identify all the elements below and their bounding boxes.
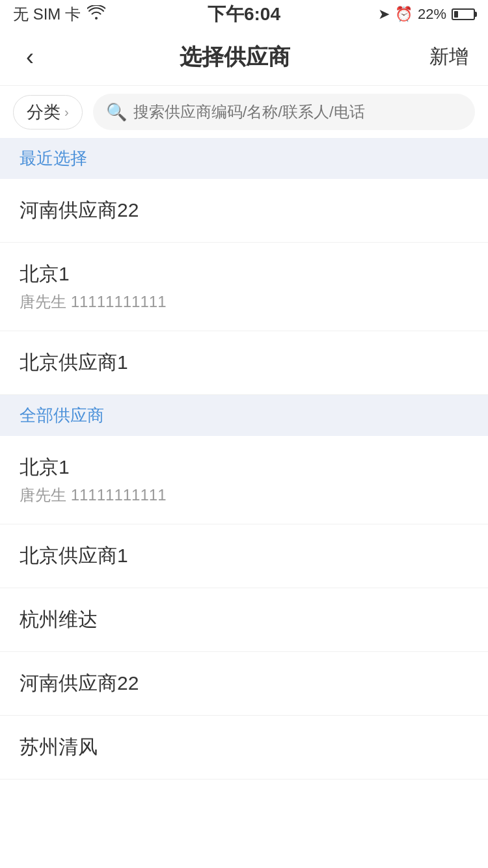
list-item[interactable]: 苏州清风 bbox=[0, 716, 488, 780]
list-item[interactable]: 北京供应商1 bbox=[0, 331, 488, 395]
list-item[interactable]: 北京1唐先生 11111111111 bbox=[0, 243, 488, 331]
search-box[interactable]: 🔍 bbox=[93, 94, 475, 130]
location-icon: ➤ bbox=[378, 6, 390, 23]
search-input[interactable] bbox=[133, 103, 462, 121]
recent-list: 河南供应商22北京1唐先生 11111111111北京供应商1 bbox=[0, 179, 488, 395]
filter-bar: 分类 › 🔍 bbox=[0, 86, 488, 138]
list-item[interactable]: 河南供应商22 bbox=[0, 179, 488, 243]
list-item[interactable]: 杭州维达 bbox=[0, 588, 488, 652]
list-item[interactable]: 北京供应商1 bbox=[0, 524, 488, 588]
nav-bar: ‹ 选择供应商 新增 bbox=[0, 29, 488, 86]
battery-icon bbox=[452, 8, 475, 20]
item-name: 北京供应商1 bbox=[20, 543, 468, 569]
no-sim-label: 无 SIM 卡 bbox=[13, 4, 81, 25]
all-section-header: 全部供应商 bbox=[0, 395, 488, 436]
item-sub: 唐先生 11111111111 bbox=[20, 485, 468, 506]
alarm-icon: ⏰ bbox=[395, 6, 413, 23]
battery-fill bbox=[454, 11, 458, 18]
battery-percent: 22% bbox=[418, 6, 446, 23]
item-sub: 唐先生 11111111111 bbox=[20, 292, 468, 312]
item-name: 北京1 bbox=[20, 261, 468, 288]
chevron-right-icon: › bbox=[64, 105, 69, 120]
category-filter[interactable]: 分类 › bbox=[13, 95, 83, 129]
item-name: 河南供应商22 bbox=[20, 197, 468, 224]
recent-section-label: 最近选择 bbox=[20, 148, 87, 168]
all-list: 北京1唐先生 11111111111北京供应商1杭州维达河南供应商22苏州清风 bbox=[0, 436, 488, 780]
status-right: ➤ ⏰ 22% bbox=[378, 6, 475, 23]
item-name: 北京1 bbox=[20, 454, 468, 481]
back-button[interactable]: ‹ bbox=[20, 37, 40, 77]
status-left: 无 SIM 卡 bbox=[13, 4, 105, 25]
list-item[interactable]: 河南供应商22 bbox=[0, 652, 488, 716]
item-name: 河南供应商22 bbox=[20, 670, 468, 697]
item-name: 苏州清风 bbox=[20, 734, 468, 761]
add-button[interactable]: 新增 bbox=[429, 44, 468, 70]
page-title: 选择供应商 bbox=[180, 42, 290, 72]
status-bar: 无 SIM 卡 下午6:04 ➤ ⏰ 22% bbox=[0, 0, 488, 29]
search-icon: 🔍 bbox=[106, 102, 127, 122]
wifi-icon bbox=[87, 5, 105, 23]
list-item[interactable]: 北京1唐先生 11111111111 bbox=[0, 436, 488, 524]
status-time: 下午6:04 bbox=[208, 2, 280, 27]
category-label: 分类 bbox=[27, 101, 61, 124]
item-name: 杭州维达 bbox=[20, 606, 468, 633]
all-section-label: 全部供应商 bbox=[20, 405, 104, 425]
recent-section-header: 最近选择 bbox=[0, 138, 488, 179]
item-name: 北京供应商1 bbox=[20, 349, 468, 376]
